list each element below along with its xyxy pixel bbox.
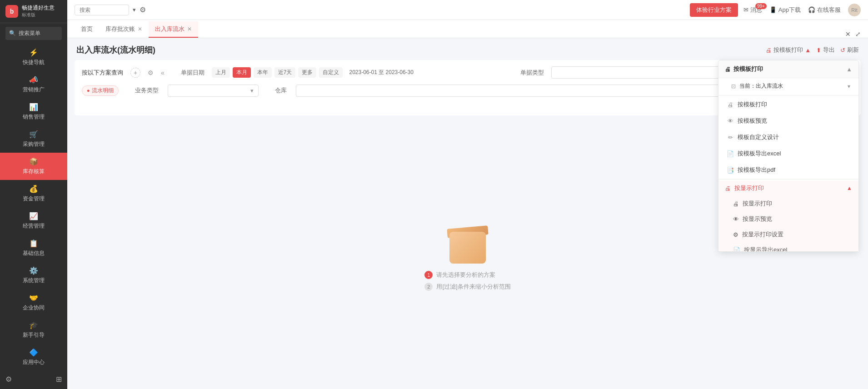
sidebar-item-finance[interactable]: 💰 资金管理 (0, 180, 67, 207)
sidebar-settings-icon[interactable]: ⚙ (5, 375, 12, 384)
sidebar-logo: b 畅捷通好生意 标准版 (0, 0, 67, 23)
display-settings-item[interactable]: ⚙ 按显示打印设置 (718, 227, 858, 242)
sidebar-item-operations[interactable]: 📈 经营管理 (0, 207, 67, 234)
sales-icon: 📊 (29, 103, 38, 111)
online-support-button[interactable]: 🎧 在线客服 (808, 6, 841, 14)
date-option-more[interactable]: 更多 (298, 67, 316, 78)
sidebar-item-quicknav[interactable]: ⚡ 快捷导航 (0, 44, 67, 71)
app-download-label: App下载 (778, 6, 801, 14)
guide-icon: 🎓 (29, 321, 38, 329)
tab-home[interactable]: 首页 (75, 21, 99, 38)
display-print-section: 🖨 按显示打印 ▲ 🖨 按显示打印 👁 按显示预览 ⚙ 按显示打印设置 📄 按显… (718, 180, 858, 251)
messages-button[interactable]: ✉ 消息 99+ (743, 6, 762, 14)
display-settings-label: 按显示打印设置 (742, 230, 783, 239)
template-design-item[interactable]: ✏ 模板自定义设计 (718, 129, 858, 145)
display-preview-icon: 👁 (733, 216, 739, 223)
tabs-window-controls: ✕ ⤢ (845, 30, 861, 38)
refresh-button[interactable]: ↺ 刷新 (840, 46, 859, 54)
app-name: 畅捷通好生意 (22, 5, 55, 12)
display-section-title-wrap: 🖨 按显示打印 (725, 184, 764, 192)
sidebar-search-button[interactable]: 🔍 搜索菜单 (5, 27, 62, 40)
enterprise-icon: 🤝 (29, 294, 38, 302)
date-option-this-month[interactable]: 本月 (233, 67, 251, 78)
message-icon: ✉ (743, 6, 748, 13)
sidebar-collapse-icon[interactable]: ⊞ (56, 375, 62, 384)
search-icon: 🔍 (9, 30, 16, 36)
sidebar-item-purchase[interactable]: 🛒 采购管理 (0, 125, 67, 153)
topbar-search-input[interactable] (75, 5, 129, 15)
date-range-display: 2023-06-01 至 2023-06-30 (349, 69, 413, 76)
empty-box-body (449, 232, 486, 264)
tab-flowdetail-close-icon[interactable]: ✕ (187, 26, 192, 32)
page-header: 出入库流水(流水明细) 🖨 按模板打印 ▲ ⬆ 导出 ↺ 刷新 (67, 38, 868, 60)
tab-flowdetail-label: 出入库流水 (155, 25, 185, 33)
print-template-button[interactable]: 🖨 按模板打印 ▲ (766, 46, 811, 54)
print-dropdown-title: 🖨 按模板打印 (725, 65, 763, 73)
filter-collapse-icon[interactable]: « (161, 69, 165, 76)
template-export-excel-icon: 📄 (727, 150, 734, 157)
sidebar-item-apps[interactable]: 🔷 应用中心 (0, 344, 67, 369)
sidebar-item-sales[interactable]: 📊 销售管理 (0, 98, 67, 125)
tab-batch[interactable]: 库存批次账 ✕ (99, 21, 149, 38)
display-print-icon: 🖨 (733, 200, 739, 207)
filter-type-label: 单据类型 (520, 69, 544, 77)
sidebar-item-marketing[interactable]: 📣 营销推广 (0, 71, 67, 98)
topbar-dropdown-icon[interactable]: ▾ (133, 6, 136, 13)
template-print-item[interactable]: 🖨 按模板打印 (718, 96, 858, 113)
sidebar-logo-info: 畅捷通好生意 标准版 (22, 5, 55, 18)
display-export-excel-item[interactable]: 📄 按显示导出excel (718, 242, 858, 251)
print-template-arrow-icon[interactable]: ▲ (805, 47, 811, 54)
display-print-section-header[interactable]: 🖨 按显示打印 ▲ (718, 180, 858, 196)
template-design-icon: ✏ (727, 134, 734, 141)
divider-1 (718, 95, 858, 95)
date-option-last-7days[interactable]: 近7天 (274, 67, 296, 78)
refresh-icon: ↺ (840, 47, 845, 54)
empty-hints-list: 1 请先选择要分析的方案 2 用[过滤]条件来缩小分析范围 (424, 271, 510, 291)
topbar-gear-icon[interactable]: ⚙ (140, 5, 146, 14)
sidebar-item-label: 新手引导 (23, 331, 45, 339)
template-print-label: 按模板打印 (738, 100, 767, 109)
display-export-excel-label: 按显示导出excel (744, 246, 787, 251)
sidebar-item-enterprise[interactable]: 🤝 企业协同 (0, 289, 67, 316)
date-option-custom[interactable]: 自定义 (319, 67, 343, 78)
tab-batch-close-icon[interactable]: ✕ (138, 26, 142, 32)
app-logo-icon: b (5, 5, 18, 18)
user-avatar[interactable]: Rit (848, 4, 861, 16)
support-icon: 🎧 (808, 6, 815, 13)
filter-chip-flow[interactable]: ● 流水明细 (82, 85, 119, 96)
date-option-last-month[interactable]: 上月 (212, 67, 230, 78)
filter-settings-icon[interactable]: ⚙ (148, 69, 154, 76)
template-export-pdf-item[interactable]: 📑 按模板导出pdf (718, 162, 858, 178)
empty-hint-2: 2 用[过滤]条件来缩小分析范围 (424, 283, 510, 291)
filter-add-button[interactable]: + (130, 68, 140, 78)
display-print-label: 按显示打印 (743, 199, 772, 208)
sidebar-item-system[interactable]: ⚙️ 系统管理 (0, 262, 67, 289)
window-maximize-icon[interactable]: ⤢ (855, 30, 861, 38)
filter-warehouse-select[interactable]: ··· (296, 85, 785, 97)
topbar: ▾ ⚙ 体验行业方案 ✉ 消息 99+ 📱 App下载 🎧 在线客服 Rit (67, 0, 868, 20)
current-template-icon: ⊡ (731, 83, 736, 90)
sidebar-item-label: 资金管理 (23, 195, 45, 203)
app-badge: 标准版 (22, 12, 55, 18)
filter-business-label: 业务类型 (135, 86, 159, 95)
window-close-icon[interactable]: ✕ (845, 30, 851, 38)
sidebar-item-guide[interactable]: 🎓 新手引导 (0, 316, 67, 344)
display-section-icon: 🖨 (725, 185, 731, 192)
hint-1-number: 1 (424, 271, 433, 279)
template-print-icon: 🖨 (727, 101, 734, 108)
template-export-excel-label: 按模板导出excel (738, 150, 781, 158)
template-preview-item[interactable]: 👁 按模板预览 (718, 113, 858, 129)
tab-flowdetail[interactable]: 出入库流水 ✕ (149, 21, 198, 38)
date-option-this-year[interactable]: 本年 (254, 67, 272, 78)
export-button[interactable]: ⬆ 导出 (816, 46, 835, 54)
filter-business-type-select[interactable]: ▾ (168, 85, 259, 97)
sidebar-item-inventory[interactable]: 📦 库存核算 (0, 153, 67, 180)
display-preview-item[interactable]: 👁 按显示预览 (718, 211, 858, 227)
display-print-item[interactable]: 🖨 按显示打印 (718, 196, 858, 211)
template-export-excel-item[interactable]: 📄 按模板导出excel (718, 145, 858, 162)
filter-chip-icon: ● (87, 88, 90, 93)
sidebar-item-basic[interactable]: 📋 基础信息 (0, 234, 67, 262)
trial-industry-button[interactable]: 体验行业方案 (690, 3, 738, 17)
app-download-button[interactable]: 📱 App下载 (769, 6, 801, 14)
print-dropdown-close-icon[interactable]: ▲ (846, 66, 852, 73)
